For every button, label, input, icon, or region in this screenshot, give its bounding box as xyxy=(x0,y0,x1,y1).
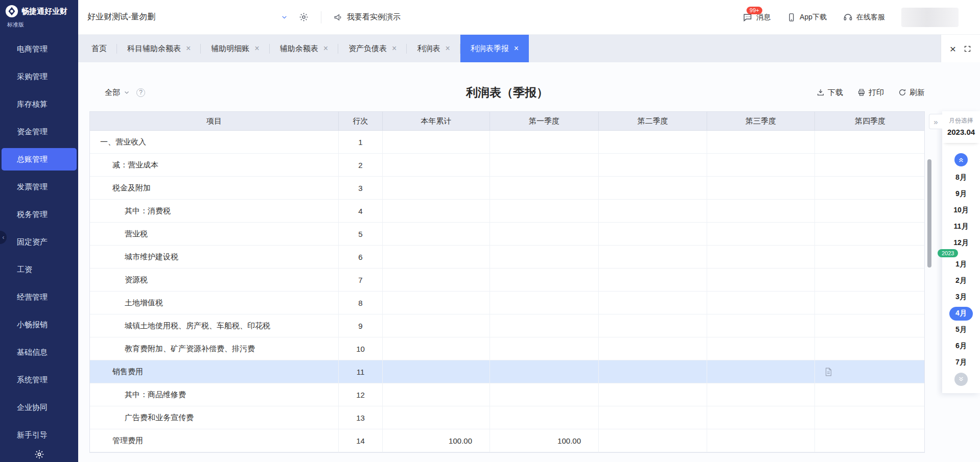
sidebar-item-label: 固定资产 xyxy=(17,237,48,247)
line-number-cell: 12 xyxy=(339,383,383,406)
value-cell xyxy=(490,383,599,406)
month-item-1月[interactable]: 1月 xyxy=(942,256,980,273)
sidebar-settings-gear-icon[interactable] xyxy=(0,449,78,459)
sidebar: 畅捷通好业财 标准版 电商管理采购管理库存核算资金管理总账管理发票管理税务管理固… xyxy=(0,0,78,462)
print-button[interactable]: 打印 xyxy=(857,88,884,98)
month-item-11月[interactable]: 11月 xyxy=(942,218,980,235)
table-row-10[interactable]: 教育费附加、矿产资源补偿费、排污费10 xyxy=(90,337,924,360)
table-row-9[interactable]: 城镇土地使用税、房产税、车船税、印花税9 xyxy=(90,314,924,337)
value-cell xyxy=(815,177,925,199)
sidebar-item-工资[interactable]: 工资 xyxy=(2,258,77,281)
table-row-13[interactable]: 广告费和业务宣传费13 xyxy=(90,406,924,429)
month-item-9月[interactable]: 9月 xyxy=(942,186,980,202)
month-item-6月[interactable]: 6月 xyxy=(942,338,980,354)
table-row-2[interactable]: 减：营业成本2 xyxy=(90,154,924,177)
table-row-12[interactable]: 其中：商品维修费12 xyxy=(90,383,924,406)
sidebar-item-资金管理[interactable]: 资金管理 xyxy=(2,120,77,143)
user-info-blurred[interactable] xyxy=(901,8,959,27)
item-label: 一、营业收入 xyxy=(100,137,146,147)
sidebar-item-经营管理[interactable]: 经营管理 xyxy=(2,286,77,308)
download-icon xyxy=(816,88,825,96)
month-item-8月[interactable]: 8月 xyxy=(942,169,980,186)
month-item-10月[interactable]: 10月 xyxy=(942,202,980,218)
value-cell xyxy=(599,337,707,360)
month-item-2月[interactable]: 2月 xyxy=(942,273,980,289)
online-support-button[interactable]: 在线客服 xyxy=(843,12,885,22)
line-number-cell: 1 xyxy=(339,131,383,153)
month-scroll-down-button[interactable] xyxy=(954,373,968,386)
item-label: 教育费附加、矿产资源补偿费、排污费 xyxy=(125,344,255,354)
tab-label: 首页 xyxy=(91,44,107,54)
table-row-1[interactable]: 一、营业收入1 xyxy=(90,131,924,154)
value-cell xyxy=(815,269,925,291)
column-header-1[interactable]: 行次 xyxy=(339,112,383,130)
column-header-3[interactable]: 第一季度 xyxy=(490,112,599,130)
download-button[interactable]: 下载 xyxy=(816,88,843,98)
sidebar-item-系统管理[interactable]: 系统管理 xyxy=(2,369,77,391)
table-row-11[interactable]: 销售费用11 xyxy=(90,360,924,383)
tab-首页[interactable]: 首页 xyxy=(81,35,117,62)
table-row-8[interactable]: 土地增值税8 xyxy=(90,291,924,314)
tab-利润表季报[interactable]: 利润表季报× xyxy=(460,35,529,62)
column-header-4[interactable]: 第二季度 xyxy=(599,112,707,130)
sidebar-item-总账管理[interactable]: 总账管理 xyxy=(2,148,77,171)
column-header-0[interactable]: 项目 xyxy=(90,112,339,130)
value-cell xyxy=(383,177,490,199)
tab-close-icon[interactable]: × xyxy=(254,44,259,53)
sidebar-item-新手引导[interactable]: 新手引导 xyxy=(2,424,77,446)
sidebar-item-采购管理[interactable]: 采购管理 xyxy=(2,65,77,88)
topbar: 好业财测试-量勿删 我要看实例演示 99+ 消息 App下载 xyxy=(78,0,980,35)
month-item-7月[interactable]: 7月 xyxy=(942,354,980,371)
value-cell xyxy=(815,291,925,314)
tab-close-icon[interactable]: × xyxy=(323,44,328,53)
fullscreen-icon[interactable] xyxy=(964,45,971,53)
month-item-3月[interactable]: 3月 xyxy=(942,289,980,305)
demo-link[interactable]: 我要看实例演示 xyxy=(334,12,401,22)
settings-gear-icon[interactable] xyxy=(299,12,309,22)
tab-科目辅助余额表[interactable]: 科目辅助余额表× xyxy=(117,35,201,62)
table-row-3[interactable]: 税金及附加3 xyxy=(90,177,924,200)
sidebar-item-基础信息[interactable]: 基础信息 xyxy=(2,341,77,363)
tab-close-icon[interactable]: × xyxy=(392,44,396,53)
sidebar-item-固定资产[interactable]: 固定资产 xyxy=(2,231,77,253)
table-row-5[interactable]: 营业税5 xyxy=(90,223,924,246)
month-item-5月[interactable]: 5月 xyxy=(942,322,980,338)
column-header-2[interactable]: 本年累计 xyxy=(383,112,490,130)
month-item-4月[interactable]: 4月 xyxy=(942,305,980,322)
sidebar-item-小畅报销[interactable]: 小畅报销 xyxy=(2,313,77,336)
table-row-14[interactable]: 管理费用14100.00100.00 xyxy=(90,429,924,452)
table-row-7[interactable]: 资源税7 xyxy=(90,269,924,291)
messages-button[interactable]: 99+ 消息 xyxy=(742,12,771,22)
sidebar-item-库存核算[interactable]: 库存核算 xyxy=(2,93,77,115)
tab-资产负债表[interactable]: 资产负债表× xyxy=(338,35,407,62)
sidebar-item-电商管理[interactable]: 电商管理 xyxy=(2,38,77,60)
double-chevron-down-icon xyxy=(958,376,965,383)
month-panel-collapse-button[interactable]: » xyxy=(929,114,942,129)
sidebar-item-label: 采购管理 xyxy=(17,72,48,82)
tab-close-icon[interactable]: × xyxy=(445,44,450,53)
tab-利润表[interactable]: 利润表× xyxy=(407,35,460,62)
column-header-6[interactable]: 第四季度 xyxy=(815,112,925,130)
sidebar-item-发票管理[interactable]: 发票管理 xyxy=(2,176,77,198)
vertical-scrollbar[interactable] xyxy=(927,130,931,452)
tab-close-icon[interactable]: × xyxy=(514,44,519,53)
table-row-4[interactable]: 其中：消费税4 xyxy=(90,200,924,223)
value-cell xyxy=(707,200,815,222)
sidebar-item-税务管理[interactable]: 税务管理 xyxy=(2,203,77,226)
company-selector[interactable]: 好业财测试-量勿删 xyxy=(87,12,288,22)
tab-辅助余额表[interactable]: 辅助余额表× xyxy=(270,35,338,62)
close-all-tabs-button[interactable]: × xyxy=(950,43,956,54)
document-icon[interactable] xyxy=(825,368,832,376)
value-cell xyxy=(490,154,599,176)
tab-辅助明细账[interactable]: 辅助明细账× xyxy=(201,35,269,62)
refresh-button[interactable]: 刷新 xyxy=(898,88,925,98)
scrollbar-thumb[interactable] xyxy=(927,159,931,268)
month-scroll-up-button[interactable] xyxy=(954,153,968,166)
table-row-6[interactable]: 城市维护建设税6 xyxy=(90,246,924,269)
column-header-5[interactable]: 第三季度 xyxy=(707,112,815,130)
app-download-button[interactable]: App下载 xyxy=(787,13,827,22)
app-edition-label: 标准版 xyxy=(7,21,78,29)
sidebar-item-企业协同[interactable]: 企业协同 xyxy=(2,396,77,419)
tab-close-icon[interactable]: × xyxy=(186,44,191,53)
value-cell xyxy=(599,429,707,452)
